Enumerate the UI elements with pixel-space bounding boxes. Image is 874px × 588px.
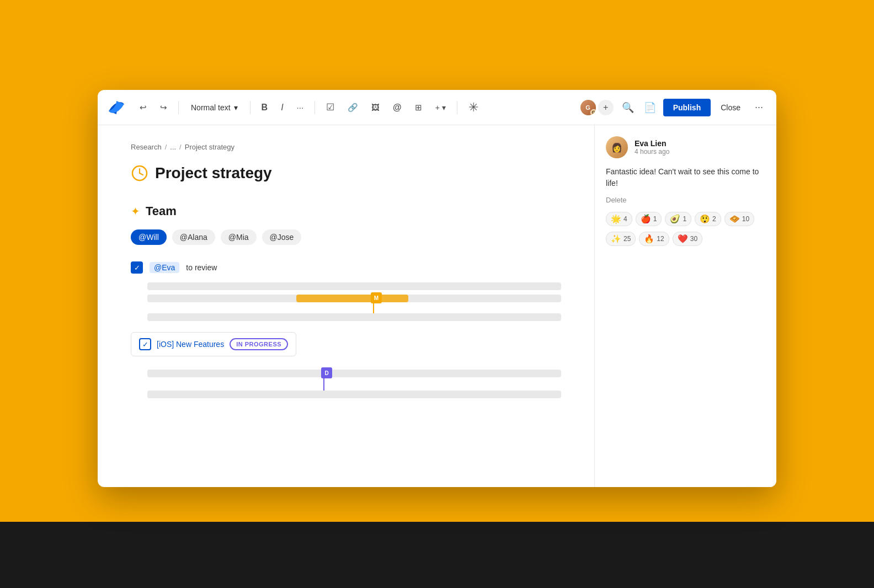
confluence-logo[interactable] bbox=[106, 98, 126, 117]
waffle-emoji: 🧇 bbox=[729, 214, 740, 224]
insert-chevron-icon: ▾ bbox=[442, 103, 446, 112]
reaction-apple[interactable]: 🍎 1 bbox=[636, 212, 662, 226]
tag-will[interactable]: @Will bbox=[131, 229, 167, 245]
table-icon: ⊞ bbox=[415, 103, 422, 113]
svg-line-2 bbox=[140, 173, 143, 175]
bold-button[interactable]: B bbox=[257, 99, 273, 116]
feature-checkbox[interactable]: ✓ bbox=[139, 338, 151, 350]
feature-card: ✓ [iOS] New Features IN PROGRESS bbox=[131, 332, 296, 356]
breadcrumb-item-3[interactable]: Project strategy bbox=[185, 143, 235, 151]
divider-3 bbox=[315, 101, 315, 114]
reaction-waffle[interactable]: 🧇 10 bbox=[724, 212, 754, 226]
gantt-row-1 bbox=[147, 282, 561, 290]
team-tags: @Will @Alana @Mia @Jose bbox=[131, 229, 561, 245]
gantt-row-3 bbox=[147, 313, 561, 321]
task-mention[interactable]: @Eva bbox=[150, 262, 179, 273]
gantt-row-2: M bbox=[147, 295, 561, 302]
search-icon: 🔍 bbox=[622, 101, 634, 114]
gantt-marker-m: M bbox=[371, 292, 382, 303]
close-button[interactable]: Close bbox=[715, 100, 746, 115]
undo-icon: ↩ bbox=[140, 103, 147, 113]
fire-count: 12 bbox=[657, 235, 664, 243]
gantt-marker-d: D bbox=[321, 367, 332, 378]
breadcrumb: Research / ... / Project strategy bbox=[131, 143, 561, 151]
table-button[interactable]: ⊞ bbox=[411, 99, 427, 116]
bold-icon: B bbox=[262, 103, 268, 113]
collaborators: G G + bbox=[579, 99, 615, 116]
comment-panel: 👩 Eva Lien 4 hours ago Fantastic idea! C… bbox=[594, 125, 776, 487]
commenter-info: Eva Lien 4 hours ago bbox=[635, 139, 669, 156]
tag-alana[interactable]: @Alana bbox=[172, 229, 215, 245]
reaction-sparkles[interactable]: ✨ 25 bbox=[606, 232, 636, 246]
content-area: Research / ... / Project strategy Projec… bbox=[98, 125, 776, 487]
feature-check-icon: ✓ bbox=[142, 340, 148, 349]
team-section-heading: ✦ Team bbox=[131, 204, 561, 218]
avocado-emoji: 🥑 bbox=[670, 214, 680, 224]
commenter-name: Eva Lien bbox=[635, 139, 669, 148]
gantt-chart-1: M bbox=[131, 282, 561, 321]
search-button[interactable]: 🔍 bbox=[619, 99, 637, 116]
checkbox-icon: ☑ bbox=[326, 101, 334, 113]
image-button[interactable]: 🖼 bbox=[367, 99, 384, 115]
image-icon: 🖼 bbox=[371, 103, 380, 112]
mention-button[interactable]: @ bbox=[388, 99, 406, 116]
heart-count: 30 bbox=[690, 235, 697, 243]
toolbar-right: G G + 🔍 📄 Publish Close ··· bbox=[579, 99, 768, 116]
comment-delete-button[interactable]: Delete bbox=[606, 196, 765, 204]
commenter-avatar: 👩 bbox=[606, 136, 628, 158]
magic-button[interactable]: ✳ bbox=[464, 98, 483, 117]
template-icon: 📄 bbox=[644, 101, 656, 114]
editor-window: ↩ ↪ Normal text ▾ B I ··· ☑ 🔗 🖼 bbox=[98, 90, 776, 487]
avatar-user[interactable]: G G bbox=[579, 99, 597, 116]
page-title-row: Project strategy bbox=[131, 164, 561, 182]
heart-emoji: ❤️ bbox=[678, 234, 688, 244]
breadcrumb-item-2[interactable]: ... bbox=[170, 143, 176, 151]
commenter-avatar-image: 👩 bbox=[606, 136, 628, 158]
shocked-count: 2 bbox=[712, 215, 716, 223]
text-style-label: Normal text bbox=[191, 103, 231, 112]
more-formatting-icon: ··· bbox=[297, 103, 304, 112]
gantt-row2-1: D bbox=[147, 370, 561, 377]
italic-button[interactable]: I bbox=[276, 99, 287, 116]
more-options-button[interactable]: ··· bbox=[750, 99, 768, 115]
waffle-count: 10 bbox=[742, 215, 749, 223]
page-title-icon bbox=[131, 164, 148, 182]
reactions-row-1: 🌟 4 🍎 1 🥑 1 😲 2 🧇 10 bbox=[606, 212, 765, 226]
reaction-avocado[interactable]: 🥑 1 bbox=[665, 212, 691, 226]
task-row-1: ✓ @Eva to review bbox=[131, 261, 561, 274]
gantt-row2-2 bbox=[147, 391, 561, 398]
feature-name[interactable]: [iOS] New Features bbox=[157, 340, 224, 349]
template-button[interactable]: 📄 bbox=[641, 99, 659, 116]
shocked-emoji: 😲 bbox=[700, 214, 710, 224]
checkbox-button[interactable]: ☑ bbox=[322, 98, 339, 116]
sparkles-emoji: ✨ bbox=[611, 234, 621, 244]
more-formatting-button[interactable]: ··· bbox=[292, 99, 308, 115]
magic-icon: ✳ bbox=[468, 100, 478, 114]
chevron-down-icon: ▾ bbox=[234, 103, 238, 112]
gantt-chart-2: D bbox=[131, 370, 561, 398]
add-collaborator-button[interactable]: + bbox=[597, 99, 615, 116]
italic-icon: I bbox=[281, 103, 283, 113]
reaction-star[interactable]: 🌟 4 bbox=[606, 212, 632, 226]
star-emoji: 🌟 bbox=[611, 214, 621, 224]
fire-emoji: 🔥 bbox=[644, 234, 654, 244]
undo-button[interactable]: ↩ bbox=[135, 99, 151, 116]
insert-button[interactable]: + ▾ bbox=[431, 100, 450, 115]
redo-button[interactable]: ↪ bbox=[156, 99, 172, 116]
reaction-shocked[interactable]: 😲 2 bbox=[695, 212, 721, 226]
publish-button[interactable]: Publish bbox=[663, 99, 711, 116]
comment-header: 👩 Eva Lien 4 hours ago bbox=[606, 136, 765, 158]
breadcrumb-item-1[interactable]: Research bbox=[131, 143, 162, 151]
tag-jose[interactable]: @Jose bbox=[262, 229, 302, 245]
sparkle-icon: ✦ bbox=[131, 205, 140, 218]
tag-mia[interactable]: @Mia bbox=[221, 229, 257, 245]
more-options-icon: ··· bbox=[755, 101, 763, 113]
toolbar: ↩ ↪ Normal text ▾ B I ··· ☑ 🔗 🖼 bbox=[98, 90, 776, 125]
reaction-heart[interactable]: ❤️ 30 bbox=[673, 232, 702, 246]
reaction-fire[interactable]: 🔥 12 bbox=[639, 232, 669, 246]
text-style-button[interactable]: Normal text ▾ bbox=[185, 100, 243, 115]
editor-pane[interactable]: Research / ... / Project strategy Projec… bbox=[98, 125, 594, 487]
breadcrumb-sep-2: / bbox=[179, 143, 182, 151]
link-button[interactable]: 🔗 bbox=[343, 99, 363, 116]
task-checkbox[interactable]: ✓ bbox=[131, 261, 143, 274]
